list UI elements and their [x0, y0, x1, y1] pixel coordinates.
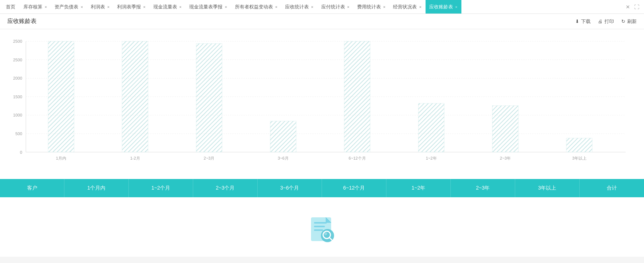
close-tab-payable-stats[interactable]: ×: [347, 5, 349, 9]
print-icon: 🖨: [598, 19, 603, 24]
svg-text:1500: 1500: [13, 95, 22, 99]
svg-rect-27: [314, 229, 323, 231]
tab-receivable-stats[interactable]: 应收统计表 ×: [281, 0, 317, 14]
bar-3: [196, 43, 222, 152]
close-tab-aging[interactable]: ×: [455, 5, 457, 9]
bar-8: [566, 138, 592, 152]
svg-text:3~6月: 3~6月: [278, 156, 289, 160]
svg-rect-26: [314, 226, 325, 227]
close-tab-expense-stats[interactable]: ×: [383, 5, 385, 9]
th-total: 合计: [580, 179, 644, 197]
refresh-button[interactable]: ↻ 刷新: [621, 18, 637, 25]
close-tab-balance[interactable]: ×: [80, 5, 83, 9]
maximize-window-button[interactable]: ⛶: [634, 4, 640, 10]
close-tab-equity[interactable]: ×: [275, 5, 277, 9]
svg-text:2~3年: 2~3年: [500, 156, 511, 160]
svg-text:2~3月: 2~3月: [204, 156, 215, 160]
svg-text:1月内: 1月内: [56, 156, 66, 160]
close-tab-receivable-stats[interactable]: ×: [311, 5, 313, 9]
bar-6: [418, 103, 444, 152]
tab-cashflow-quarterly[interactable]: 现金流量表季报 ×: [186, 0, 231, 14]
tab-inventory[interactable]: 库存核算 ×: [20, 0, 51, 14]
th-1-2months: 1~2个月: [129, 179, 193, 197]
tab-profit[interactable]: 利润表 ×: [87, 0, 113, 14]
tab-home[interactable]: 首页: [1, 0, 20, 14]
tab-payable-stats[interactable]: 应付统计表 ×: [318, 0, 353, 14]
bar-1: [48, 41, 74, 152]
svg-text:2500: 2500: [13, 58, 22, 62]
th-3years-plus: 3年以上: [515, 179, 580, 197]
th-2-3years: 2~3年: [451, 179, 515, 197]
close-tab-profit[interactable]: ×: [107, 5, 109, 9]
window-controls: ✕ ⛶: [625, 4, 643, 10]
close-tab-inventory[interactable]: ×: [45, 5, 47, 9]
svg-text:1~2年: 1~2年: [426, 156, 437, 160]
download-button[interactable]: ⬇ 下载: [575, 18, 591, 25]
svg-text:1-2月: 1-2月: [130, 156, 140, 160]
tab-bar: 首页 库存核算 × 资产负债表 × 利润表 × 利润表季报 × 现金流量表 × …: [0, 0, 644, 14]
bar-4: [270, 121, 296, 152]
close-window-button[interactable]: ✕: [625, 4, 631, 10]
page-header: 应收账龄表 ⬇ 下载 🖨 打印 ↻ 刷新: [0, 14, 644, 29]
th-6-12months: 6~12个月: [322, 179, 386, 197]
bar-7: [493, 106, 518, 152]
tab-equity[interactable]: 所有者权益变动表 ×: [231, 0, 281, 14]
svg-text:3年以上: 3年以上: [572, 156, 587, 160]
th-1month: 1个月内: [64, 179, 129, 197]
svg-text:500: 500: [15, 132, 22, 136]
tab-operations[interactable]: 经营状况表 ×: [389, 0, 425, 14]
refresh-icon: ↻: [621, 19, 625, 24]
tab-profit-quarterly[interactable]: 利润表季报 ×: [113, 0, 149, 14]
bar-5: [344, 41, 370, 152]
bar-2: [122, 41, 148, 152]
svg-text:2000: 2000: [13, 76, 22, 80]
download-icon: ⬇: [575, 19, 579, 24]
close-tab-profit-quarterly[interactable]: ×: [143, 5, 145, 9]
th-customer: 客户: [0, 179, 64, 197]
th-2-3months: 2~3个月: [193, 179, 258, 197]
close-tab-cashflow[interactable]: ×: [179, 5, 181, 9]
close-tab-cashflow-quarterly[interactable]: ×: [225, 5, 227, 9]
page-title: 应收账龄表: [7, 18, 37, 25]
empty-icon: [304, 212, 340, 249]
chart-area: 0 500 1000 1500 2000 2500 2500: [0, 29, 644, 179]
svg-rect-25: [314, 222, 327, 224]
empty-state: [0, 197, 644, 257]
svg-point-31: [324, 232, 327, 235]
table-header: 客户 1个月内 1~2个月 2~3个月 3~6个月 6~12个月 1~2年 2~…: [0, 179, 644, 197]
th-1-2years: 1~2年: [386, 179, 451, 197]
tab-balance-sheet[interactable]: 资产负债表 ×: [51, 0, 87, 14]
tab-expense-stats[interactable]: 费用统计表 ×: [353, 0, 389, 14]
tab-aging[interactable]: 应收账龄表 ×: [426, 0, 461, 14]
main-content: 0 500 1000 1500 2000 2500 2500: [0, 29, 644, 257]
svg-text:6~12个月: 6~12个月: [349, 156, 366, 160]
svg-text:1000: 1000: [13, 113, 22, 117]
bar-chart: 0 500 1000 1500 2000 2500 2500: [4, 37, 633, 172]
svg-text:0: 0: [20, 150, 22, 155]
tab-cashflow[interactable]: 现金流量表 ×: [150, 0, 186, 14]
svg-text:2500: 2500: [13, 39, 22, 43]
th-3-6months: 3~6个月: [258, 179, 322, 197]
header-actions: ⬇ 下载 🖨 打印 ↻ 刷新: [575, 18, 637, 25]
close-tab-operations[interactable]: ×: [419, 5, 421, 9]
print-button[interactable]: 🖨 打印: [598, 18, 614, 25]
